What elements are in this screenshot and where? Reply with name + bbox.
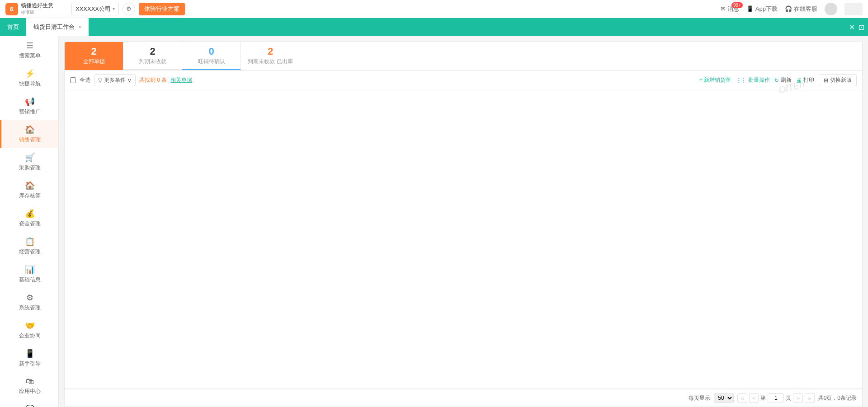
online-service-button[interactable]: 🎧 在线客服 — [785, 5, 817, 13]
page-suffix: 页 — [786, 394, 791, 402]
prev-page-button[interactable]: < — [749, 393, 759, 403]
sales-icon: 🏠 — [25, 125, 35, 135]
basic-icon: 📊 — [25, 265, 35, 275]
sidebar-item-quick-nav[interactable]: ⚡ 快捷导航 — [0, 64, 58, 92]
tab-underline-pending — [182, 69, 241, 70]
inventory-icon: 🏠 — [25, 181, 35, 191]
tab-bar-right: ✕ ⊡ — [849, 23, 868, 32]
refresh-button[interactable]: ↻ 刷新 — [774, 76, 792, 84]
table-area — [64, 90, 863, 389]
page-number-input[interactable] — [768, 393, 784, 402]
filter-button[interactable]: ▽ 更多条件 ∨ — [94, 74, 136, 86]
filter-icon: ▽ — [98, 77, 102, 84]
sidebar-item-wechat[interactable]: 💬 企业微信 — [0, 400, 58, 407]
stats-tab-all[interactable]: 2 全部单据 — [65, 42, 123, 70]
tab-work-bench[interactable]: 钱货日清工作台 × — [26, 18, 89, 36]
tab-close-window-icon[interactable]: ✕ — [849, 23, 855, 32]
pagination: 每页显示 50 « < 第 页 > » 共0页，0条记录 — [64, 389, 863, 407]
quick-nav-icon: ⚡ — [25, 69, 35, 79]
page-navigation: « < 第 页 > » — [737, 393, 814, 403]
switch-icon: ⊞ — [824, 77, 828, 84]
print-icon: 🖨 — [796, 77, 802, 84]
tab-maximize-icon[interactable]: ⊡ — [859, 23, 864, 32]
sidebar-item-inventory[interactable]: 🏠 库存核算 — [0, 176, 58, 204]
stats-tab-overdue[interactable]: 2 到期未收款 — [123, 42, 182, 70]
sidebar-item-operation[interactable]: 📋 经营管理 — [0, 232, 58, 260]
sidebar-item-marketing[interactable]: 📢 营销推广 — [0, 92, 58, 120]
tab-underline-overdue — [123, 69, 182, 70]
per-page-label: 每页显示 — [689, 394, 710, 402]
settings-button[interactable]: ⚙ — [123, 3, 135, 15]
marketing-icon: 📢 — [25, 97, 35, 107]
next-page-button[interactable]: > — [793, 393, 803, 403]
sidebar-item-appstore[interactable]: 🛍 应用中心 — [0, 372, 58, 400]
select-all-checkbox[interactable] — [70, 77, 76, 83]
message-button[interactable]: ✉ 消息 99+ — [721, 5, 739, 13]
sidebar-item-purchase[interactable]: 🛒 采购管理 — [0, 148, 58, 176]
wechat-icon: 💬 — [25, 404, 35, 407]
batch-icon: ⋮⋮ — [736, 77, 746, 84]
toolbar-right: + 新增销货单 ⋮⋮ 批量操作 ↻ 刷新 🖨 打印 ⊞ 切换新版 — [699, 74, 857, 86]
sidebar-item-system[interactable]: ⚙ 系统管理 — [0, 288, 58, 316]
last-page-button[interactable]: » — [805, 393, 814, 403]
related-link[interactable]: 相关单据 — [170, 76, 192, 84]
content-area: 2 全部单据 2 到期未收款 0 旺铺待确认 2 到期未收款 已出库 全选 — [59, 36, 868, 407]
sidebar-item-sales[interactable]: 🏠 销售管理 — [0, 120, 58, 148]
service-icon: 🎧 — [785, 5, 792, 12]
logo-area: 6 畅捷通好生意 标准版 — [5, 2, 64, 16]
filter-arrow-icon: ∨ — [127, 77, 132, 84]
per-page-select[interactable]: 50 — [714, 393, 734, 403]
search-menu-icon: ☰ — [26, 41, 33, 51]
sidebar-item-search-menu[interactable]: ☰ 搜索菜单 — [0, 36, 58, 64]
main-layout: ☰ 搜索菜单 ⚡ 快捷导航 📢 营销推广 🏠 销售管理 🛒 采购管理 🏠 库存核… — [0, 36, 868, 407]
avatar[interactable] — [825, 3, 837, 15]
found-count-text: 共找到 0 条 — [139, 76, 167, 84]
stats-tabs: 2 全部单据 2 到期未收款 0 旺铺待确认 2 到期未收款 已出库 — [64, 42, 863, 70]
trial-button[interactable]: 体验行业方案 — [139, 3, 185, 15]
top-right-area: ✉ 消息 99+ 📱 App下载 🎧 在线客服 — [721, 3, 863, 15]
message-icon: ✉ — [721, 5, 726, 12]
download-icon: 📱 — [746, 5, 754, 12]
sidebar-item-finance[interactable]: 💰 资金管理 — [0, 204, 58, 232]
sidebar: ☰ 搜索菜单 ⚡ 快捷导航 📢 营销推广 🏠 销售管理 🛒 采购管理 🏠 库存核… — [0, 36, 59, 407]
logo-icon: 6 — [5, 3, 18, 15]
finance-icon: 💰 — [25, 209, 35, 219]
batch-ops-button[interactable]: ⋮⋮ 批量操作 — [736, 76, 770, 84]
chevron-down-icon: ▾ — [113, 6, 115, 11]
avatar-extra — [844, 3, 863, 15]
guide-icon: 📱 — [25, 349, 35, 359]
sidebar-item-guide[interactable]: 📱 新手引导 — [0, 344, 58, 372]
app-download-button[interactable]: 📱 App下载 — [746, 5, 778, 13]
page-total: 共0页，0条记录 — [818, 394, 857, 402]
tab-close-icon[interactable]: × — [78, 24, 81, 30]
gear-icon: ⚙ — [126, 5, 132, 12]
tab-bar: 首页 钱货日清工作台 × ✕ ⊡ — [0, 18, 868, 36]
stats-tab-pending[interactable]: 0 旺铺待确认 — [182, 42, 241, 70]
new-sale-button[interactable]: + 新增销货单 — [699, 76, 731, 84]
page-prefix: 第 — [760, 394, 766, 402]
toolbar: 全选 ▽ 更多条件 ∨ 共找到 0 条 相关单据 + 新增销货单 ⋮⋮ 批量操作 — [64, 70, 863, 90]
sidebar-item-cooperation[interactable]: 🤝 企业协同 — [0, 316, 58, 344]
first-page-button[interactable]: « — [737, 393, 747, 403]
stats-tab-shipped[interactable]: 2 到期未收款 已出库 — [241, 42, 300, 70]
cooperation-icon: 🤝 — [25, 321, 35, 331]
system-icon: ⚙ — [26, 293, 33, 303]
top-bar: 6 畅捷通好生意 标准版 XXXXXX公司 ▾ ⚙ 体验行业方案 ✉ 消息 99… — [0, 0, 868, 18]
operation-icon: 📋 — [25, 237, 35, 247]
appstore-icon: 🛍 — [26, 377, 34, 386]
print-button[interactable]: 🖨 打印 — [796, 76, 814, 84]
select-all-label: 全选 — [80, 76, 90, 84]
switch-new-version-button[interactable]: ⊞ 切换新版 — [819, 74, 857, 86]
tab-home[interactable]: 首页 — [0, 18, 26, 36]
company-selector[interactable]: XXXXXX公司 ▾ — [71, 3, 119, 15]
message-badge: 99+ — [731, 2, 743, 8]
purchase-icon: 🛒 — [25, 153, 35, 163]
logo-text: 畅捷通好生意 标准版 — [21, 2, 53, 16]
found-number: 0 — [157, 77, 160, 83]
refresh-icon: ↻ — [774, 77, 779, 84]
sidebar-item-basic[interactable]: 📊 基础信息 — [0, 260, 58, 288]
